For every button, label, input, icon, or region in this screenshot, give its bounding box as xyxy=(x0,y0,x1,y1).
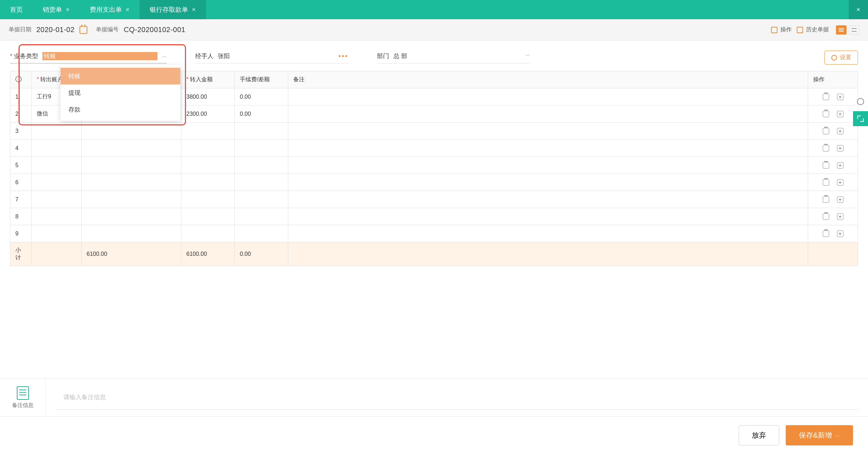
cell-in-amount[interactable] xyxy=(181,140,235,157)
tab-bank-transfer[interactable]: 银行存取款单✕ xyxy=(140,0,206,19)
cell-in-account[interactable] xyxy=(82,208,181,225)
cell-in-account[interactable] xyxy=(82,140,181,157)
biz-type-field[interactable]: *业务类型 转账 ︿ xyxy=(10,52,167,63)
handler-field[interactable]: 经手人 张阳 ••• xyxy=(195,52,348,63)
cell-out-account[interactable] xyxy=(32,225,82,242)
delete-row-button[interactable] xyxy=(823,231,829,237)
cell-in-account[interactable] xyxy=(82,174,181,191)
subtotal-in: 6100.00 xyxy=(181,242,235,266)
cell-remark[interactable] xyxy=(288,208,808,225)
cell-remark[interactable] xyxy=(288,191,808,208)
cell-out-account[interactable] xyxy=(32,157,82,174)
add-row-button[interactable] xyxy=(837,231,843,237)
cell-in-account[interactable] xyxy=(82,191,181,208)
delete-row-button[interactable] xyxy=(823,145,829,151)
table-row[interactable]: 4 xyxy=(10,140,858,157)
dropdown-option-transfer[interactable]: 转账 xyxy=(61,68,180,84)
view-list-button[interactable] xyxy=(836,25,847,35)
add-row-button[interactable] xyxy=(837,179,843,186)
settings-button[interactable]: 设置 xyxy=(825,51,858,65)
table-row[interactable]: 7 xyxy=(10,191,858,208)
delete-row-button[interactable] xyxy=(823,196,829,203)
delete-row-button[interactable] xyxy=(823,179,829,186)
add-row-button[interactable] xyxy=(837,94,843,100)
cell-remark[interactable] xyxy=(288,174,808,191)
table-row[interactable]: 8 xyxy=(10,208,858,225)
link-icon xyxy=(856,97,866,107)
cell-out-account[interactable] xyxy=(32,208,82,225)
cell-in-amount[interactable]: 3800.00 xyxy=(181,88,235,105)
cell-fee[interactable]: 0.00 xyxy=(235,88,288,105)
table-row[interactable]: 3 xyxy=(10,123,858,140)
cell-out-account[interactable] xyxy=(32,140,82,157)
link-button[interactable] xyxy=(853,94,868,109)
tab-home[interactable]: 首页 xyxy=(0,0,33,19)
delete-row-button[interactable] xyxy=(823,213,829,220)
add-row-button[interactable] xyxy=(837,213,843,220)
calendar-icon[interactable] xyxy=(79,26,87,34)
cell-remark[interactable] xyxy=(288,157,808,174)
cell-out-account[interactable] xyxy=(32,191,82,208)
add-row-button[interactable] xyxy=(837,162,843,169)
settings-column[interactable] xyxy=(10,71,32,88)
action-menu[interactable]: 操作 xyxy=(771,26,792,33)
table-row[interactable]: 6 xyxy=(10,174,858,191)
fee-header: 手续费/差额 xyxy=(235,71,288,88)
close-all-button[interactable]: ✕ xyxy=(849,0,868,19)
add-row-button[interactable] xyxy=(837,111,843,117)
date-value[interactable]: 2020-01-02 xyxy=(36,26,74,34)
cell-in-account[interactable] xyxy=(82,157,181,174)
cell-fee[interactable] xyxy=(235,225,288,242)
add-row-button[interactable] xyxy=(837,128,843,134)
cell-out-account[interactable] xyxy=(32,123,82,140)
cell-out-account[interactable] xyxy=(32,174,82,191)
tab-expense[interactable]: 费用支出单✕ xyxy=(80,0,140,19)
cell-in-amount[interactable] xyxy=(181,208,235,225)
add-row-button[interactable] xyxy=(837,196,843,203)
cell-remark[interactable] xyxy=(288,88,808,105)
chevron-up-icon: ︿ xyxy=(162,53,167,59)
add-row-button[interactable] xyxy=(837,145,843,151)
in-amount-header: *转入金额 xyxy=(181,71,235,88)
cell-fee[interactable] xyxy=(235,208,288,225)
cell-fee[interactable] xyxy=(235,191,288,208)
close-icon[interactable]: ✕ xyxy=(66,7,70,12)
cell-fee[interactable]: 0.00 xyxy=(235,105,288,123)
cell-fee[interactable] xyxy=(235,157,288,174)
dept-field[interactable]: 部门 总 部 ﹀ xyxy=(377,52,530,63)
close-icon[interactable]: ✕ xyxy=(192,7,196,12)
table-row[interactable]: 9 xyxy=(10,225,858,242)
cell-in-amount[interactable] xyxy=(181,174,235,191)
cell-in-amount[interactable] xyxy=(181,123,235,140)
cell-in-amount[interactable] xyxy=(181,191,235,208)
cell-fee[interactable] xyxy=(235,174,288,191)
cell-in-amount[interactable] xyxy=(181,225,235,242)
tab-sales[interactable]: 销货单✕ xyxy=(33,0,80,19)
history-link[interactable]: 历史单据 xyxy=(797,26,829,33)
cell-fee[interactable] xyxy=(235,140,288,157)
cell-remark[interactable] xyxy=(288,123,808,140)
delete-row-button[interactable] xyxy=(823,128,829,134)
remark-input[interactable] xyxy=(63,394,850,401)
more-icon[interactable]: ••• xyxy=(339,52,348,60)
cell-in-account[interactable] xyxy=(82,225,181,242)
footer-actions: 放弃 保存&新增︿ xyxy=(0,417,868,454)
discard-button[interactable]: 放弃 xyxy=(739,425,779,445)
cell-in-amount[interactable] xyxy=(181,157,235,174)
expand-button[interactable] xyxy=(853,111,868,126)
close-icon[interactable]: ✕ xyxy=(125,7,130,12)
cell-in-account[interactable] xyxy=(82,123,181,140)
delete-row-button[interactable] xyxy=(823,94,829,100)
save-add-button[interactable]: 保存&新增︿ xyxy=(786,425,853,445)
delete-row-button[interactable] xyxy=(823,111,829,117)
dropdown-option-withdraw[interactable]: 提现 xyxy=(61,84,180,101)
cell-in-amount[interactable]: 2300.00 xyxy=(181,105,235,123)
cell-remark[interactable] xyxy=(288,225,808,242)
cell-fee[interactable] xyxy=(235,123,288,140)
dropdown-option-deposit[interactable]: 存款 xyxy=(61,101,180,118)
delete-row-button[interactable] xyxy=(823,162,829,169)
view-card-button[interactable] xyxy=(849,25,859,35)
cell-remark[interactable] xyxy=(288,140,808,157)
cell-remark[interactable] xyxy=(288,105,808,123)
table-row[interactable]: 5 xyxy=(10,157,858,174)
